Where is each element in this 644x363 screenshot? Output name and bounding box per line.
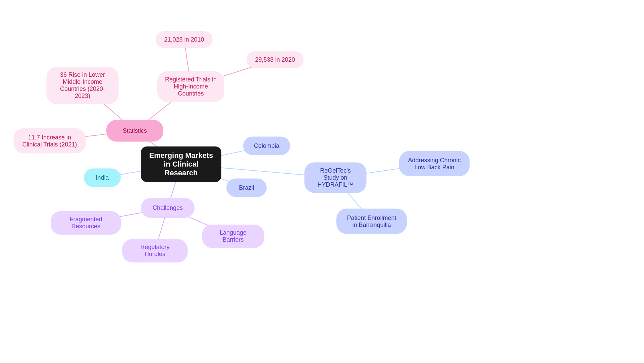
node-addressing-pain[interactable]: Addressing Chronic Low Back Pain: [399, 151, 470, 176]
node-statistics[interactable]: Statistics: [106, 120, 163, 142]
node-india[interactable]: India: [84, 169, 121, 187]
node-stat-2020[interactable]: 29,538 in 2020: [247, 51, 304, 68]
node-patient-enrollment[interactable]: Patient Enrollment in Barranquilla: [336, 209, 407, 234]
node-rise-countries[interactable]: 36 Rise in Lower Middle-Income Countries…: [47, 67, 119, 104]
node-increase-trials[interactable]: 11.7 Increase in Clinical Trials (2021): [14, 128, 86, 154]
node-registered-trials[interactable]: Registered Trials in High-Income Countri…: [157, 71, 224, 102]
node-language-barriers[interactable]: Language Barriers: [202, 225, 264, 248]
node-regulatory-hurdles[interactable]: Regulatory Hurdles: [122, 239, 188, 262]
node-fragmented-resources[interactable]: Fragmented Resources: [51, 211, 121, 235]
node-brazil[interactable]: Brazil: [226, 179, 267, 197]
node-stat-2010[interactable]: 21,028 in 2010: [156, 31, 213, 48]
node-regeltec-study[interactable]: ReGelTec's Study on HYDRAFIL™: [305, 163, 367, 193]
mind-map: Emerging Markets in Clinical ResearchSta…: [0, 0, 644, 363]
node-center[interactable]: Emerging Markets in Clinical Research: [141, 146, 221, 182]
node-colombia[interactable]: Colombia: [243, 137, 290, 155]
node-challenges[interactable]: Challenges: [141, 198, 195, 218]
